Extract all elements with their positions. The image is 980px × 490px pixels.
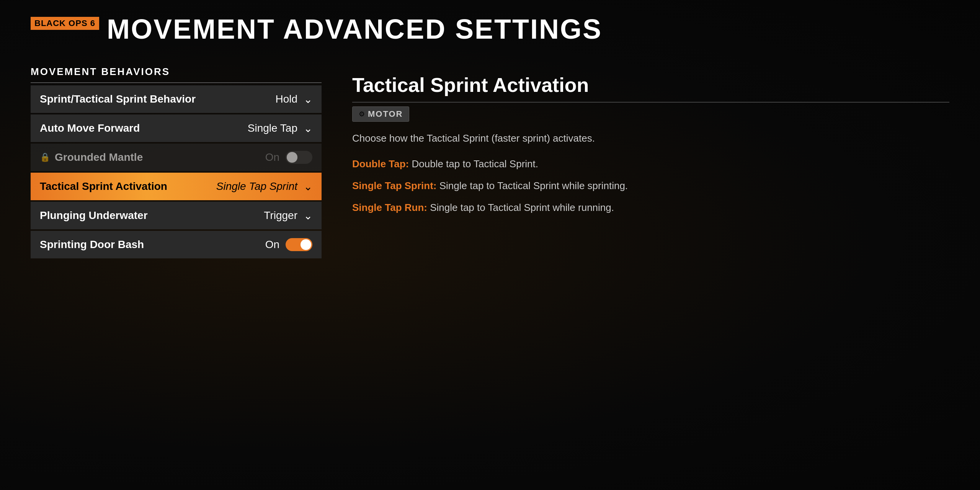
setting-label-auto-move-forward: Auto Move Forward [40,122,205,134]
setting-row-auto-move-forward[interactable]: Auto Move Forward Single Tap ⌄ [31,114,322,142]
setting-value-area-tactical-sprint-activation: Single Tap Sprint ⌄ [205,180,312,193]
setting-value-tactical-sprint-activation: Single Tap Sprint [216,180,297,193]
option-key-double-tap: Double Tap: [352,158,409,170]
game-badge: BLACK OPS 6 [31,17,99,30]
option-desc-double-tap: Double tap to Tactical Sprint. [409,158,538,170]
chevron-down-icon-tactical-sprint-activation: ⌄ [304,180,312,193]
lock-icon: 🔒 [40,152,50,162]
toggle-sprinting-door-bash[interactable] [286,238,312,251]
page-title: MOVEMENT ADVANCED SETTINGS [107,15,602,43]
setting-value-sprint-behavior: Hold [275,93,297,105]
setting-value-sprinting-door-bash: On [265,238,279,251]
option-desc-single-tap-sprint: Single tap to Tactical Sprint while spri… [437,180,628,191]
motor-badge: ⚙ MOTOR [352,106,409,122]
setting-row-tactical-sprint-activation[interactable]: Tactical Sprint Activation Single Tap Sp… [31,173,322,200]
detail-options: Double Tap: Double tap to Tactical Sprin… [352,157,949,215]
section-header: MOVEMENT BEHAVIORS [31,66,322,83]
setting-row-sprinting-door-bash[interactable]: Sprinting Door Bash On [31,231,322,258]
option-key-single-tap-run: Single Tap Run: [352,202,427,213]
setting-label-sprinting-door-bash: Sprinting Door Bash [40,238,205,251]
motor-label: MOTOR [368,109,403,119]
setting-value-area-grounded-mantle: On [205,151,312,164]
settings-list: Sprint/Tactical Sprint Behavior Hold ⌄ A… [31,85,322,258]
detail-option-double-tap: Double Tap: Double tap to Tactical Sprin… [352,157,949,172]
setting-label-sprint-behavior: Sprint/Tactical Sprint Behavior [40,93,205,105]
motor-icon: ⚙ [359,110,365,118]
setting-value-area-auto-move-forward: Single Tap ⌄ [205,122,312,135]
header: BLACK OPS 6 MOVEMENT ADVANCED SETTINGS [31,15,949,43]
setting-value-area-plunging-underwater: Trigger ⌄ [205,209,312,222]
setting-label-plunging-underwater: Plunging Underwater [40,209,205,222]
setting-row-grounded-mantle: 🔒 Grounded Mantle On [31,144,322,171]
chevron-down-icon-auto-move-forward: ⌄ [304,122,312,135]
setting-value-area-sprint-behavior: Hold ⌄ [205,93,312,106]
left-panel: MOVEMENT BEHAVIORS Sprint/Tactical Sprin… [31,66,322,258]
right-panel: Tactical Sprint Activation ⚙ MOTOR Choos… [352,66,949,215]
setting-value-grounded-mantle: On [265,151,279,163]
detail-option-single-tap-sprint: Single Tap Sprint: Single tap to Tactica… [352,178,949,193]
setting-label-grounded-mantle: 🔒 Grounded Mantle [40,151,205,163]
setting-value-plunging-underwater: Trigger [264,209,297,222]
option-key-single-tap-sprint: Single Tap Sprint: [352,180,437,191]
setting-row-plunging-underwater[interactable]: Plunging Underwater Trigger ⌄ [31,202,322,229]
setting-value-auto-move-forward: Single Tap [248,122,297,134]
setting-value-area-sprinting-door-bash: On [205,238,312,251]
setting-label-tactical-sprint-activation: Tactical Sprint Activation [40,180,205,193]
detail-title: Tactical Sprint Activation [352,74,949,103]
setting-row-sprint-behavior[interactable]: Sprint/Tactical Sprint Behavior Hold ⌄ [31,85,322,113]
detail-description: Choose how the Tactical Sprint (faster s… [352,131,949,146]
chevron-down-icon-sprint-behavior: ⌄ [304,93,312,106]
toggle-grounded-mantle [286,151,312,164]
detail-option-single-tap-run: Single Tap Run: Single tap to Tactical S… [352,200,949,215]
option-desc-single-tap-run: Single tap to Tactical Sprint while runn… [427,202,614,213]
main-layout: MOVEMENT BEHAVIORS Sprint/Tactical Sprin… [31,66,949,258]
chevron-down-icon-plunging-underwater: ⌄ [304,209,312,222]
